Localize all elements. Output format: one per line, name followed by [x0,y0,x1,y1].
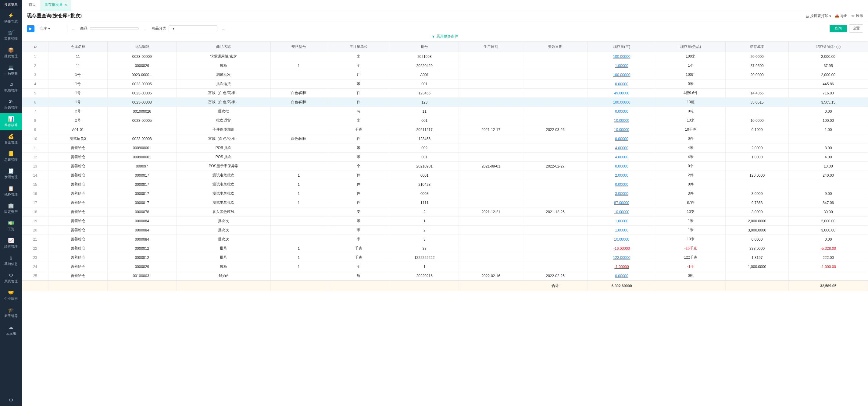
table-row: 2110000029展板1个202204291.000001个37.950037… [22,61,868,70]
filter-bar: ▶ 仓库 ▾ ... 商品 ... 商品分类 ▾ ... 查询 设置 ▼ 展开更… [22,22,868,42]
sidebar-item-固定资产[interactable]: 🏢 固定资产 [0,200,22,217]
sidebar-item-批发管理[interactable]: 📦 批发管理 [0,44,22,62]
sidebar-item-基础信息[interactable]: ℹ 基础信息 [0,252,22,269]
total-cell [327,280,390,291]
search-btn[interactable]: 查询 [830,25,847,32]
sidebar-item-label: 快捷导航 [4,19,18,24]
table-cell[interactable]: 0.00000 [588,79,656,89]
table-cell: 斤 [327,70,390,79]
table-row: 19善善给仓0000084批次次米11.000001米2,000.00002,0… [22,216,868,226]
table-cell: 件 [327,189,390,198]
display-action[interactable]: 👁 展示 [851,13,863,19]
sidebar-item-税务管理[interactable]: 📋 税务管理 [0,182,22,200]
settings-col-icon[interactable]: ⚙ [34,45,37,49]
table-cell[interactable]: -16.00000 [588,244,656,253]
table-cell: 0.1000 [725,125,789,134]
table-cell[interactable]: 122.00000 [588,253,656,262]
sidebar-item-系统管理[interactable]: ⚙ 系统管理 [0,269,22,286]
category-filter[interactable]: ▾ [168,25,217,32]
expand-conditions-row[interactable]: ▼ 展开更多条件 [27,33,863,39]
table-cell: 1 [390,216,459,226]
table-cell[interactable]: 87.00000 [588,198,656,207]
table-cell[interactable]: 1.00000 [588,61,656,70]
table-cell[interactable]: 10.00000 [588,207,656,216]
sidebar-item-label: 固定资产 [4,209,18,214]
sidebar-item-经营管理[interactable]: 📈 经营管理 [0,235,22,252]
table-cell[interactable]: 10.00000 [588,235,656,244]
table-cell[interactable]: 0.00000 [588,134,656,143]
table-cell[interactable]: 0.00000 [588,180,656,189]
table-row: 72号001000026批次框吨110.000000吨0.00 [22,107,868,116]
sidebar-item-电商管理[interactable]: 🖥 电商管理 [0,79,22,96]
table-cell: 11 [22,143,49,153]
table-cell: 7 [22,107,49,116]
sidebar-item-云应用[interactable]: ☁ 云应用 [0,321,22,339]
table-cell[interactable]: 0.00000 [588,271,656,281]
table-cell: 13 [22,162,49,171]
sidebar-item-小触电商[interactable]: 💻 小触电商 [0,62,22,79]
table-cell[interactable]: 100.00000 [588,98,656,107]
table-cell[interactable]: 1.00000 [588,216,656,226]
table-cell[interactable]: 3.00000 [588,189,656,198]
table-cell: 批号 [177,253,271,262]
table-cell: 0000017 [107,198,177,207]
product-filter[interactable] [90,27,139,30]
table-cell [523,171,588,180]
table-cell: 0003 [390,189,459,198]
sidebar-logo[interactable]: 搜索菜单 [0,0,22,9]
table-cell: 122千克 [656,253,725,262]
table-cell: 4米 [656,153,725,162]
table-cell[interactable]: -1.00000 [588,262,656,271]
print-action[interactable]: 🖨 按摘要打印 ▾ [806,13,831,19]
sidebar-item-零售管理[interactable]: 🛒 零售管理 [0,27,22,44]
tab-home[interactable]: 首页 [24,0,40,10]
tab-inventory-batch[interactable]: 库存批次量 ✕ [40,0,71,10]
table-row: 51号0023-00005富诚（白色/闷棒）白色/闷棒件12345649.600… [22,89,868,98]
sidebar-item-快捷导航[interactable]: ⚡ 快捷导航 [0,9,22,27]
table-cell: 件 [327,171,390,180]
table-row: 31号0023-0000...测试批次斤A001100.00000100斤20.… [22,70,868,79]
table-cell[interactable]: 2.00000 [588,171,656,180]
table-cell: 12 [22,153,49,162]
table-cell: 瓶 [327,271,390,281]
export-action[interactable]: 📤 导出 [835,13,847,19]
table-cell: 8.00 [789,143,868,153]
table-cell[interactable]: 4.00000 [588,153,656,162]
sidebar-item-总账管理[interactable]: 📒 总账管理 [0,148,22,165]
table-cell[interactable]: 49.60000 [588,89,656,98]
sidebar-item-库存核算[interactable]: 📊 库存核算 [0,113,22,130]
table-cell: 000900001 [107,143,177,153]
table-cell: 0件 [656,134,725,143]
sidebar-item-资金管理[interactable]: 💰 资金管理 [0,130,22,148]
sidebar-settings[interactable]: ⚙ [0,394,22,406]
sidebar-item-工资[interactable]: 💵 工资 [0,217,22,235]
table-cell[interactable]: 4.00000 [588,143,656,153]
table-cell[interactable]: 0.00000 [588,107,656,116]
table-cell[interactable]: 10.00000 [588,116,656,125]
table-cell: 20211217 [390,125,459,134]
sidebar-item-企业协同[interactable]: 🤝 企业协同 [0,286,22,304]
table-cell[interactable]: 0.00000 [588,162,656,171]
table-cell[interactable]: 10.00000 [588,125,656,134]
warehouse-filter[interactable]: 仓库 ▾ [37,25,67,32]
filter-expand-btn[interactable]: ▶ [27,25,34,32]
table-row: 15善善给仓0000017测试电笔批次1件2104230.000000件 [22,180,868,189]
set-btn[interactable]: 设置 [849,24,863,33]
table-row: 21善善给仓0000084批次次米310.0000010米0.00000.00 [22,235,868,244]
print-icon: 🖨 [806,14,809,18]
table-cell [523,116,588,125]
sidebar-item-采购管理[interactable]: 🛍 采购管理 [0,96,22,113]
amount-info-icon[interactable]: i [836,45,841,49]
table-cell: 件 [327,198,390,207]
sidebar-item-label: 资金管理 [4,140,18,145]
sidebar-item-发票管理[interactable]: 🧾 发票管理 [0,165,22,182]
table-cell[interactable]: 100.00000 [588,70,656,79]
tab-close-icon[interactable]: ✕ [65,3,67,6]
table-cell: 1 [271,198,327,207]
table-row: 16善善给仓0000017测试电笔批次1件00033.000003件3.0000… [22,189,868,198]
sidebar-item-label: 工资 [8,227,14,232]
table-cell: 件 [327,134,390,143]
sidebar-item-新手引导[interactable]: 🎓 新手引导 [0,304,22,321]
table-cell[interactable]: 100.00000 [588,52,656,61]
table-cell[interactable]: 1.00000 [588,226,656,235]
